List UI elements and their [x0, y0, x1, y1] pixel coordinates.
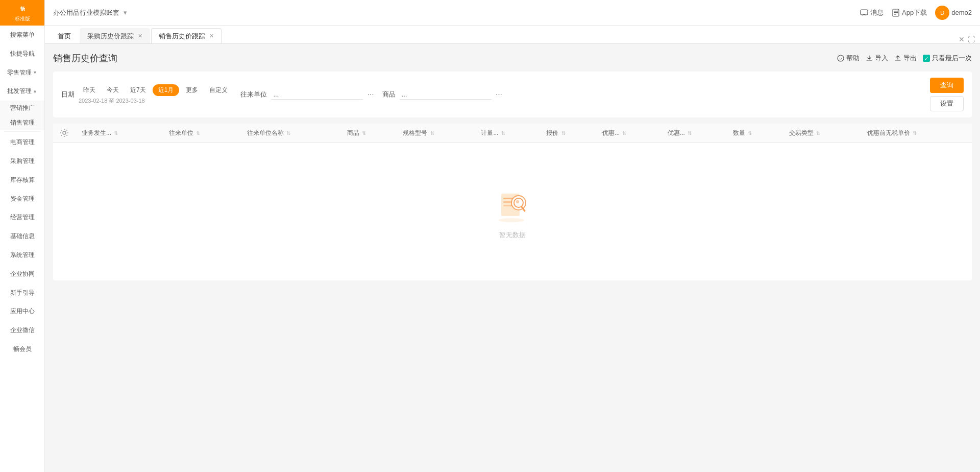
download-icon [892, 9, 900, 17]
date-filter-label: 日期 [61, 90, 75, 99]
date-btn-today[interactable]: 今天 [102, 84, 124, 96]
export-icon [894, 55, 901, 62]
table-body: 暂无数据 [53, 143, 972, 281]
window-close-btn[interactable]: ✕ [959, 35, 965, 43]
sidebar-item-sys-mgmt[interactable]: 系统管理 [0, 246, 44, 265]
svg-text:?: ? [840, 57, 842, 61]
export-action[interactable]: 导出 [894, 54, 917, 63]
checkbox-checked-icon [923, 55, 930, 62]
tab-purchase-history[interactable]: 采购历史价跟踪 ✕ [80, 28, 150, 43]
col-partner-name[interactable]: 往来单位名称 ⇅ [241, 124, 341, 143]
col-trade-type[interactable]: 交易类型 ⇅ [783, 124, 861, 143]
sidebar-item-finance-mgmt[interactable]: 资金管理 [0, 190, 44, 208]
sort-icon-biz-date: ⇅ [114, 130, 118, 136]
date-buttons: 昨天 今天 近7天 近1月 更多 自定义 [79, 84, 232, 96]
col-spec[interactable]: 规格型号 ⇅ [397, 124, 475, 143]
page-actions: ? 帮助 导入 导出 只看最后一次 [837, 54, 972, 63]
date-btn-1month[interactable]: 近1月 [153, 84, 180, 96]
help-action[interactable]: ? 帮助 [837, 54, 860, 63]
sort-icon-discount2: ⇅ [688, 130, 692, 136]
sidebar-item-ops-mgmt[interactable]: 经营管理 [0, 208, 44, 227]
tab-purchase-history-close[interactable]: ✕ [138, 33, 142, 39]
col-pretax-price[interactable]: 优惠前无税单价 ⇅ [861, 124, 972, 143]
sidebar-item-wholesale-mgmt[interactable]: 批发管理 ▲ [0, 82, 44, 101]
tab-bar: 首页 采购历史价跟踪 ✕ 销售历史价跟踪 ✕ ✕ ⛶ [45, 26, 980, 44]
col-quote[interactable]: 报价 ⇅ [540, 124, 596, 143]
query-button[interactable]: 查询 [930, 78, 964, 93]
sidebar-item-quick-nav[interactable]: 快捷导航 [0, 44, 44, 63]
data-table-container: 业务发生... ⇅ 往来单位 ⇅ 往来单位名称 ⇅ 商品 [53, 124, 972, 280]
sidebar-item-enterprise-collab[interactable]: 企业协同 [0, 265, 44, 284]
date-btn-custom[interactable]: 自定义 [205, 84, 232, 96]
only-last-toggle[interactable]: 只看最后一次 [923, 54, 972, 63]
sort-icon-discount1: ⇅ [622, 130, 626, 136]
gear-cell [59, 128, 69, 138]
table-header-row: 业务发生... ⇅ 往来单位 ⇅ 往来单位名称 ⇅ 商品 [53, 124, 972, 143]
col-unit[interactable]: 计量... ⇅ [475, 124, 540, 143]
sidebar-item-inventory[interactable]: 库存核算 [0, 171, 44, 190]
svg-rect-5 [894, 12, 898, 13]
date-btn-more[interactable]: 更多 [181, 84, 203, 96]
table-settings-col [53, 124, 76, 143]
partner-filter-input[interactable] [271, 89, 363, 100]
empty-state-row: 暂无数据 [53, 143, 972, 281]
settings-button[interactable]: 设置 [930, 96, 964, 111]
sidebar-item-app-center[interactable]: 应用中心 [0, 302, 44, 321]
col-quantity[interactable]: 数量 ⇅ [727, 124, 783, 143]
logo-icon: 畅 [13, 3, 32, 14]
topbar-left: 办公用品行业模拟账套 ▾ [53, 8, 127, 17]
window-maximize-btn[interactable]: ⛶ [968, 35, 975, 43]
col-partner-code[interactable]: 往来单位 ⇅ [163, 124, 241, 143]
tab-home[interactable]: 首页 [50, 28, 79, 43]
date-btn-7days[interactable]: 近7天 [126, 84, 151, 96]
svg-point-18 [516, 200, 519, 203]
sidebar-item-retail-mgmt[interactable]: 零售管理 ▼ [0, 63, 44, 82]
partner-filter-dots[interactable]: ··· [367, 90, 374, 99]
sort-icon-partner-name: ⇅ [286, 130, 290, 136]
sidebar-item-ecom-mgmt[interactable]: 电商管理 [0, 133, 44, 152]
message-icon [860, 9, 868, 17]
goods-filter-input[interactable] [400, 89, 492, 100]
partner-filter-group: 往来单位 ··· [240, 89, 374, 100]
user-avatar[interactable]: D demo2 [935, 6, 972, 20]
table-header: 业务发生... ⇅ 往来单位 ⇅ 往来单位名称 ⇅ 商品 [53, 124, 972, 143]
empty-state: 暂无数据 [53, 143, 972, 280]
sort-icon-pretax-price: ⇅ [913, 130, 917, 136]
sort-icon-spec: ⇅ [430, 130, 434, 136]
page-header: 销售历史价查询 ? 帮助 导入 导出 只看最后一次 [53, 52, 972, 64]
sidebar-item-marketing[interactable]: 营销推广 [0, 101, 44, 115]
date-btn-yesterday[interactable]: 昨天 [79, 84, 100, 96]
tab-sales-history-close[interactable]: ✕ [209, 33, 214, 39]
app-download-action[interactable]: App下载 [892, 8, 927, 17]
gear-icon[interactable] [59, 128, 69, 138]
svg-text:畅: 畅 [20, 6, 24, 11]
window-controls: ✕ ⛶ [959, 35, 975, 43]
svg-point-10 [499, 218, 524, 222]
goods-filter-label: 商品 [382, 90, 396, 99]
import-icon [866, 55, 873, 62]
topbar: 办公用品行业模拟账套 ▾ 消息 App下载 D demo2 [45, 0, 980, 26]
col-biz-date[interactable]: 业务发生... ⇅ [76, 124, 163, 143]
page-title: 销售历史价查询 [53, 52, 117, 64]
topbar-title: 办公用品行业模拟账套 [53, 8, 119, 17]
sidebar-item-new-guide[interactable]: 新手引导 [0, 284, 44, 302]
topbar-dropdown-icon[interactable]: ▾ [124, 9, 127, 16]
sidebar-item-basic-info[interactable]: 基础信息 [0, 227, 44, 246]
col-discount2[interactable]: 优惠... ⇅ [662, 124, 727, 143]
sidebar-item-search-menu[interactable]: 搜索菜单 [0, 26, 44, 44]
main-area: 办公用品行业模拟账套 ▾ 消息 App下载 D demo2 首页 采购历史价跟踪… [45, 0, 980, 472]
topbar-right: 消息 App下载 D demo2 [860, 6, 972, 20]
goods-filter-dots[interactable]: ··· [496, 90, 502, 99]
tab-sales-history[interactable]: 销售历史价跟踪 ✕ [151, 28, 222, 43]
sort-icon-unit: ⇅ [501, 130, 505, 136]
date-range-text: 2023-02-18 至 2023-03-18 [79, 97, 232, 105]
sidebar-item-member[interactable]: 畅会员 [0, 340, 44, 359]
sort-icon-quantity: ⇅ [748, 130, 752, 136]
col-goods[interactable]: 商品 ⇅ [341, 124, 397, 143]
message-action[interactable]: 消息 [860, 8, 884, 17]
col-discount1[interactable]: 优惠... ⇅ [596, 124, 662, 143]
sidebar-item-enterprise-wechat[interactable]: 企业微信 [0, 321, 44, 340]
sidebar-item-sales-mgmt[interactable]: 销售管理 [0, 115, 44, 130]
sidebar-item-purchase-mgmt[interactable]: 采购管理 [0, 152, 44, 171]
import-action[interactable]: 导入 [866, 54, 888, 63]
